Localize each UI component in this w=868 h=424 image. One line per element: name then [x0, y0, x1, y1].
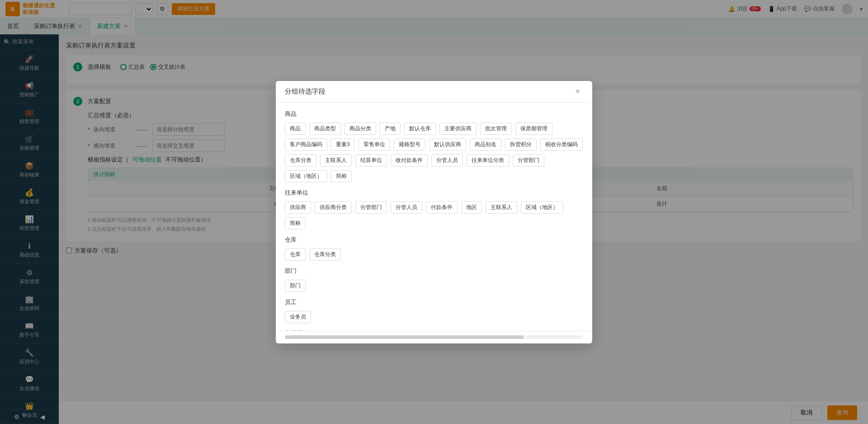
tag-0-19[interactable]: 收付款条件: [391, 154, 428, 167]
modal-section-title-1: 往来单位: [285, 189, 583, 197]
tag-0-10[interactable]: 零售单位: [359, 138, 390, 151]
horizontal-scrollbar[interactable]: [285, 335, 583, 339]
tag-0-13[interactable]: 商品别名: [470, 138, 501, 151]
tag-2-1[interactable]: 仓库分类: [309, 248, 341, 261]
tag-1-1[interactable]: 供应商分类: [315, 201, 352, 214]
modal-header: 分组待选字段 ×: [276, 81, 592, 103]
tag-0-11[interactable]: 规格型号: [394, 138, 425, 151]
modal-body: 商品商品商品类型商品分类产地默认仓库主要供应商批次管理保质期管理客户商品编码重量…: [276, 103, 592, 331]
tag-0-23[interactable]: 区域（地区）: [285, 170, 327, 182]
tag-0-6[interactable]: 批次管理: [480, 123, 512, 135]
modal-section-title-0: 商品: [285, 110, 583, 118]
tag-0-21[interactable]: 往来单位分类: [467, 154, 509, 167]
tag-1-7[interactable]: 区域（地区）: [521, 201, 563, 214]
tag-0-9[interactable]: 重量3: [331, 138, 355, 151]
tag-0-1[interactable]: 商品类型: [309, 123, 341, 135]
tag-2-0[interactable]: 仓库: [285, 248, 306, 261]
tag-0-16[interactable]: 仓库分类: [285, 154, 316, 167]
tag-0-8[interactable]: 客户商品编码: [285, 138, 327, 151]
modal-section-title-2: 仓库: [285, 236, 583, 244]
tag-0-4[interactable]: 默认仓库: [404, 123, 436, 135]
tag-0-7[interactable]: 保质期管理: [515, 123, 552, 135]
modal-footer: [276, 331, 592, 343]
tag-0-3[interactable]: 产地: [380, 123, 401, 135]
tag-3-0[interactable]: 部门: [285, 280, 306, 292]
tag-0-0[interactable]: 商品: [285, 123, 306, 135]
tag-0-14[interactable]: 拆货积分: [505, 138, 537, 151]
tag-0-20[interactable]: 分管人员: [431, 154, 463, 167]
tag-0-12[interactable]: 默认供应商: [429, 138, 466, 151]
modal-title: 分组待选字段: [285, 87, 326, 96]
tag-1-8[interactable]: 简称: [285, 217, 306, 229]
tag-1-3[interactable]: 分管人员: [391, 201, 422, 214]
tag-1-2[interactable]: 分管部门: [355, 201, 387, 214]
tag-0-18[interactable]: 结算单位: [355, 154, 387, 167]
modal-section-tags-4: 业务员: [285, 311, 583, 323]
tag-4-0[interactable]: 业务员: [285, 311, 311, 323]
tag-1-5[interactable]: 地区: [461, 201, 482, 214]
modal-overlay: 分组待选字段 × 商品商品商品类型商品分类产地默认仓库主要供应商批次管理保质期管…: [0, 0, 868, 424]
modal-dialog: 分组待选字段 × 商品商品商品类型商品分类产地默认仓库主要供应商批次管理保质期管…: [276, 81, 592, 343]
tag-1-0[interactable]: 供应商: [285, 201, 311, 214]
tag-0-24[interactable]: 简称: [331, 170, 352, 182]
modal-section-tags-0: 商品商品类型商品分类产地默认仓库主要供应商批次管理保质期管理客户商品编码重量3零…: [285, 123, 583, 182]
modal-section-title-3: 部门: [285, 267, 583, 275]
modal-section-title-4: 员工: [285, 298, 583, 306]
tag-0-17[interactable]: 主联系人: [320, 154, 352, 167]
modal-section-tags-2: 仓库仓库分类: [285, 248, 583, 261]
modal-section-tags-3: 部门: [285, 280, 583, 292]
modal-section-tags-1: 供应商供应商分类分管部门分管人员付款条件地区主联系人区域（地区）简称: [285, 201, 583, 229]
modal-close-button[interactable]: ×: [572, 86, 583, 97]
tag-0-5[interactable]: 主要供应商: [439, 123, 476, 135]
tag-0-2[interactable]: 商品分类: [344, 123, 376, 135]
tag-1-4[interactable]: 付款条件: [426, 201, 458, 214]
tag-0-15[interactable]: 税收分类编码: [540, 138, 583, 151]
tag-0-22[interactable]: 分管部门: [513, 154, 544, 167]
tag-1-6[interactable]: 主联系人: [486, 201, 517, 214]
